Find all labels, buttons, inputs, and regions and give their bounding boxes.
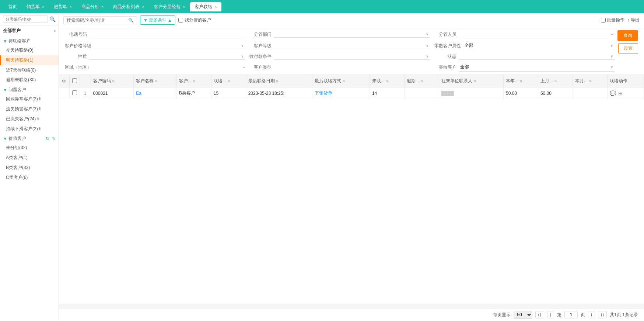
nav-customer-contact-close[interactable]: × [214, 4, 217, 9]
nav-product-analysis[interactable]: 商品分析 × [77, 2, 108, 11]
td-checkbox[interactable] [69, 87, 80, 99]
th-last-date[interactable]: 最后联络日期 [246, 75, 312, 87]
sidebar-item-c-class[interactable]: C类客户(6) [0, 173, 59, 183]
customer-table: ⚙ 客户编码 客户名称 客户... 联络... 最后联络日期 最后联络方式 未联… [59, 75, 644, 99]
nav-product-list-close[interactable]: × [142, 4, 144, 9]
filter-region-input[interactable] [94, 63, 239, 71]
query-button[interactable]: 查询 [617, 30, 638, 41]
batch-op-check[interactable] [601, 18, 606, 23]
sidebar-item-ungroup[interactable]: 未分组(32) [0, 143, 59, 153]
first-page-btn[interactable]: ⟨⟨ [535, 311, 544, 318]
my-customers-check[interactable] [178, 18, 183, 23]
filter-payment-select[interactable]: ∨ [274, 53, 430, 60]
chevron-up-icon: ▲ [168, 18, 172, 23]
th-code[interactable]: 客户编码 [91, 75, 134, 87]
filter-customer-type-input[interactable] [274, 63, 430, 71]
search-icon[interactable]: 🔍 [128, 18, 134, 23]
sidebar-item-churn-warning[interactable]: 流失预警客户(3) ℹ [0, 104, 59, 114]
sidebar-section-pending[interactable]: ▼ 待联络客户 [0, 36, 59, 45]
nav-purchase[interactable]: 进货单 × [49, 2, 76, 11]
filter-price-select[interactable]: ∨ [94, 42, 245, 49]
filter-nature: 性质 ∨ [65, 53, 245, 60]
filter-nature-select[interactable]: ∨ [89, 53, 245, 60]
set-button[interactable]: 设置 [618, 43, 638, 54]
select-all-checkbox[interactable] [72, 78, 77, 83]
sidebar-section-value[interactable]: ▼ 价值客户 ↻ ✎ [0, 134, 59, 143]
nav-home[interactable]: 首页 [4, 2, 21, 11]
th-last-month[interactable]: 上月... [538, 75, 573, 87]
next-page-btn[interactable]: ⟩ [588, 311, 595, 318]
filter-retail-attr-select[interactable]: 全部 ∨ [463, 41, 615, 50]
filter-status-select[interactable]: ∨ [459, 53, 615, 60]
more-conditions-btn[interactable]: ▼ 更多条件 ▲ [140, 15, 175, 25]
filter-customer-level-select[interactable]: ∨ [274, 42, 430, 49]
last-page-btn[interactable]: ⟩⟩ [598, 311, 607, 318]
nav-sales[interactable]: 销货单 × [22, 2, 49, 11]
sidebar-all-customers[interactable]: 全部客户 « [0, 25, 59, 36]
nav-product-analysis-close[interactable]: × [101, 4, 104, 9]
prev-page-btn[interactable]: ⟨ [547, 311, 554, 318]
per-page-select[interactable]: 50 100 200 [514, 311, 532, 319]
sidebar-item-today[interactable]: 今天待联络(0) [0, 45, 59, 55]
last-method-link[interactable]: 下销货单 [315, 90, 332, 96]
th-contact-person[interactable]: 往来单位联系人 [439, 75, 503, 87]
filter-phone-label: 电话号码 [65, 31, 87, 38]
grid-icon[interactable]: ⊞ [618, 90, 623, 96]
page-label: 第 [557, 312, 561, 318]
sidebar-search-input[interactable] [3, 15, 48, 23]
value-refresh-icon[interactable]: ↻ [46, 136, 49, 141]
filter-person-dots[interactable]: ··· [611, 32, 615, 37]
sidebar-item-tomorrow[interactable]: 明天待联络(1) [0, 55, 59, 65]
th-gear[interactable]: ⚙ [59, 75, 69, 87]
search-input[interactable] [67, 18, 127, 23]
th-last-method[interactable]: 最后联络方式 [312, 75, 370, 87]
filter-phone-input[interactable] [89, 31, 245, 38]
th-overdue[interactable]: 逾期... [404, 75, 439, 87]
page-suffix: 页 [581, 312, 585, 318]
content-area: 🔍 ▼ 更多条件 ▲ 我分管的客户 批量操作 ↑ 导出 [59, 13, 644, 321]
th-checkbox[interactable] [69, 75, 80, 87]
nav-customer-tier-close[interactable]: × [183, 4, 185, 9]
filter-nature-label: 性质 [65, 54, 87, 60]
sidebar-item-overdue[interactable]: 逾期未联络(30) [0, 75, 59, 85]
sidebar-item-a-class[interactable]: A类客户(1) [0, 153, 59, 163]
horizontal-scrollbar[interactable] [59, 304, 644, 308]
filter-retail-select[interactable]: 全部 ∨ [459, 63, 615, 72]
sidebar-item-7days[interactable]: 近7天待联络(0) [0, 65, 59, 75]
nav-sales-close[interactable]: × [42, 4, 44, 9]
filter-region-dots[interactable]: ··· [241, 65, 245, 70]
sidebar-item-declining[interactable]: 持续下滑客户(2) ℹ [0, 124, 59, 134]
td-last-month: 50.00 [538, 87, 573, 99]
sidebar-search-icon[interactable]: 🔍 [49, 16, 56, 22]
filter-panel: 电话号码 分管部门 ∨ 分管人员 [59, 27, 644, 75]
th-uncontacted[interactable]: 未联... [370, 75, 404, 87]
my-customers-checkbox[interactable]: 我分管的客户 [178, 17, 211, 23]
filter-dept-select[interactable]: ∨ [274, 31, 430, 38]
filter-payment-label: 收付款条件 [249, 54, 272, 60]
sidebar-item-abnormal[interactable]: 回购异常客户(2) ℹ [0, 94, 59, 104]
th-name[interactable]: 客户名称 [134, 75, 177, 87]
table-area: ⚙ 客户编码 客户名称 客户... 联络... 最后联络日期 最后联络方式 未联… [59, 75, 644, 304]
nav-customer-tier[interactable]: 客户分层经营 × [150, 2, 189, 11]
sidebar-item-churned[interactable]: 已流失客户(24) ℹ [0, 114, 59, 124]
comment-icon[interactable]: 💬 [610, 90, 616, 96]
filter-retail-attr: 零散客户属性 全部 ∨ [434, 41, 615, 50]
th-contact-count[interactable]: 联络... [211, 75, 246, 87]
row-checkbox[interactable] [72, 90, 77, 95]
th-this-year[interactable]: 本年... [503, 75, 538, 87]
nav-product-list[interactable]: 商品分析列表 × [109, 2, 148, 11]
th-type[interactable]: 客户... [176, 75, 211, 87]
page-input[interactable] [564, 311, 578, 318]
value-edit-icon[interactable]: ✎ [52, 136, 56, 141]
th-this-month[interactable]: 本月... [573, 75, 607, 87]
td-last-method[interactable]: 下销货单 [312, 87, 370, 99]
filter-person-input[interactable] [459, 30, 609, 38]
nav-purchase-close[interactable]: × [69, 4, 71, 9]
td-name[interactable]: Ea [134, 87, 177, 99]
export-btn[interactable]: ↑ 导出 [627, 17, 640, 23]
sidebar-section-problem[interactable]: ▼ 问题客户 [0, 85, 59, 94]
sidebar-item-b-class[interactable]: B类客户(33) [0, 163, 59, 173]
sidebar-collapse-icon[interactable]: « [53, 29, 56, 33]
batch-op-btn[interactable]: 批量操作 [601, 17, 624, 23]
nav-customer-contact[interactable]: 客户联络 × [190, 2, 221, 11]
